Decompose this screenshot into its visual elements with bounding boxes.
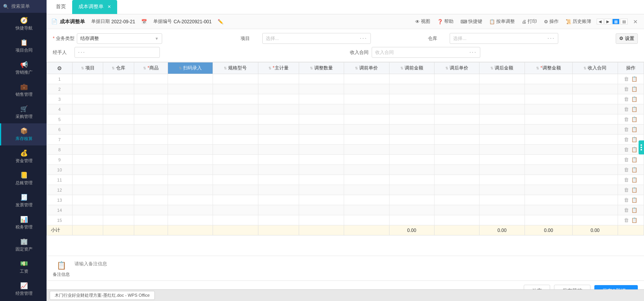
right-edge-tab[interactable] [639, 140, 644, 154]
row-number: 10 [57, 168, 62, 172]
action-print[interactable]: 🖨 打印 [520, 17, 538, 26]
row-number: 1 [58, 77, 61, 81]
sidebar-item-payroll[interactable]: 💵 工资 [0, 256, 47, 278]
row-number: 7 [58, 137, 61, 142]
project-dots-icon: ··· [360, 35, 367, 42]
col-header-settings[interactable]: ⚙ [47, 62, 73, 74]
copy-icon[interactable]: 📋 [631, 197, 637, 203]
copy-icon[interactable]: 📋 [631, 217, 637, 223]
tab-home[interactable]: 首页 [50, 0, 72, 14]
warehouse-input[interactable]: 选择... ··· [450, 33, 558, 44]
delete-icon[interactable]: 🗑 [624, 187, 629, 193]
income-contract-input[interactable]: 收入合同 ··· [372, 47, 480, 58]
col-label-pre-amount: 调前金额 [405, 65, 423, 71]
copy-icon[interactable]: 📋 [631, 177, 637, 183]
sidebar-search[interactable]: 🔍 搜索菜单 [0, 0, 47, 13]
table-row: 15🗑📋 [47, 215, 644, 225]
col-label-unit: *主计量 [273, 65, 289, 71]
copy-icon[interactable]: 📋 [631, 116, 637, 122]
sidebar-icon-invoice-mgmt: 🧾 [20, 194, 28, 201]
copy-icon[interactable]: 📋 [631, 106, 637, 112]
sidebar-label-invoice-mgmt: 发票管理 [16, 202, 33, 208]
delete-icon[interactable]: 🗑 [624, 116, 629, 122]
tab-cost-adjust[interactable]: 成本调整单 ✕ [72, 0, 117, 14]
table-settings-icon[interactable]: ⚙ [57, 65, 62, 71]
history-icon: 📜 [566, 19, 571, 24]
taskbar-item[interactable]: 木门行业好业财处理方案-墨红红.doc - WPS Office [50, 291, 155, 300]
action-shortcut[interactable]: ⌨ 快捷键 [459, 17, 484, 26]
sidebar-item-invoice-mgmt[interactable]: 🧾 发票管理 [0, 190, 47, 212]
copy-icon[interactable]: 📋 [631, 96, 637, 102]
nav-arrows: ◀ ▶ ▦ ▤ [597, 19, 628, 24]
delete-icon[interactable]: 🗑 [624, 217, 629, 223]
sidebar-item-sales-promotion[interactable]: 📢 营销推广 [0, 57, 47, 79]
copy-icon[interactable]: 📋 [631, 157, 637, 163]
total-pre-amount: 0.00 [389, 225, 434, 235]
delete-icon[interactable]: 🗑 [624, 207, 629, 213]
notes-area: 📋 备注信息 [47, 256, 644, 280]
delete-icon[interactable]: 🗑 [624, 86, 629, 92]
project-label: 项目 [241, 35, 260, 42]
biz-type-input[interactable]: 结存调整 ▼ [77, 33, 162, 44]
delete-icon[interactable]: 🗑 [624, 147, 629, 152]
notes-input[interactable] [74, 259, 638, 273]
ops-icon: ⚙ [544, 19, 548, 24]
row-number: 15 [57, 218, 62, 223]
settings-gear-icon: ⚙ [619, 36, 623, 41]
date-label: 单据日期 [91, 18, 110, 25]
copy-icon[interactable]: 📋 [631, 126, 637, 132]
sidebar-item-quick-nav[interactable]: 🧭 快捷导航 [0, 13, 47, 35]
col-label-project: 项目 [85, 65, 95, 71]
col-header-scan-input[interactable]: ⇅扫码录入 [168, 62, 213, 74]
delete-icon[interactable]: 🗑 [624, 177, 629, 183]
delete-icon[interactable]: 🗑 [624, 126, 629, 132]
action-history[interactable]: 📜 历史账簿 [564, 17, 593, 26]
sidebar-item-ledger-mgmt[interactable]: 📒 总账管理 [0, 168, 47, 190]
action-view[interactable]: 👁 视图 [414, 17, 432, 26]
sidebar-icon-sales-mgmt: 💼 [20, 83, 28, 90]
action-help[interactable]: ❓ 帮助 [436, 17, 455, 26]
table-row: 12🗑📋 [47, 185, 644, 195]
handler-group: 经手人 ··· [53, 47, 341, 58]
tab-close-icon[interactable]: ✕ [107, 4, 111, 9]
sidebar-item-biz-mgmt[interactable]: 📈 经营管理 [0, 278, 47, 300]
copy-icon[interactable]: 📋 [631, 167, 637, 173]
sidebar-item-purchase-mgmt[interactable]: 🛒 采购管理 [0, 101, 47, 123]
copy-icon[interactable]: 📋 [631, 147, 637, 152]
form-close-button[interactable]: ✕ [632, 18, 639, 26]
income-contract-label: 收入合同 [350, 49, 369, 56]
notes-icon-label: 📋 备注信息 [53, 259, 70, 277]
copy-icon[interactable]: 📋 [631, 86, 637, 92]
handler-input[interactable]: ··· [74, 47, 160, 58]
col-header-post-price: ⇅调后单价 [434, 62, 479, 74]
sidebar-item-inventory-calc[interactable]: 📦 库存核算 [0, 123, 47, 145]
delete-icon[interactable]: 🗑 [624, 197, 629, 203]
copy-icon[interactable]: 📋 [631, 187, 637, 193]
number-value: CA-20220921-001 [173, 19, 211, 24]
sidebar-label-payroll: 工资 [20, 268, 28, 274]
settings-button[interactable]: ⚙ 设置 [616, 33, 638, 44]
batch-icon: 📋 [489, 19, 495, 24]
field-row-1: * 业务类型 结存调整 ▼ 项目 选择... ··· 仓库 [53, 33, 638, 44]
sidebar-item-tax-mgmt[interactable]: 📊 税务管理 [0, 212, 47, 234]
delete-icon[interactable]: 🗑 [624, 137, 629, 142]
row-number: 6 [58, 127, 61, 132]
col-label-pre-price: 调前单价 [359, 65, 378, 71]
sidebar-item-fixed-assets[interactable]: 🏢 固定资产 [0, 234, 47, 256]
action-operations[interactable]: ⚙ 操作 [542, 17, 560, 26]
warehouse-label: 仓库 [428, 35, 447, 42]
delete-icon[interactable]: 🗑 [624, 157, 629, 163]
delete-icon[interactable]: 🗑 [624, 76, 629, 82]
sidebar-item-project-contract[interactable]: 📋 项目合同 [0, 35, 47, 57]
delete-icon[interactable]: 🗑 [624, 106, 629, 112]
copy-icon[interactable]: 📋 [631, 76, 637, 82]
row-number: 11 [57, 178, 62, 182]
delete-icon[interactable]: 🗑 [624, 96, 629, 102]
sidebar-item-sales-mgmt[interactable]: 💼 销售管理 [0, 79, 47, 101]
copy-icon[interactable]: 📋 [631, 137, 637, 142]
sidebar-item-fund-mgmt[interactable]: 💰 资金管理 [0, 145, 47, 168]
action-batch-edit[interactable]: 📋 按单调整 [488, 17, 516, 26]
copy-icon[interactable]: 📋 [631, 207, 637, 213]
delete-icon[interactable]: 🗑 [624, 167, 629, 173]
project-input[interactable]: 选择... ··· [262, 33, 371, 44]
